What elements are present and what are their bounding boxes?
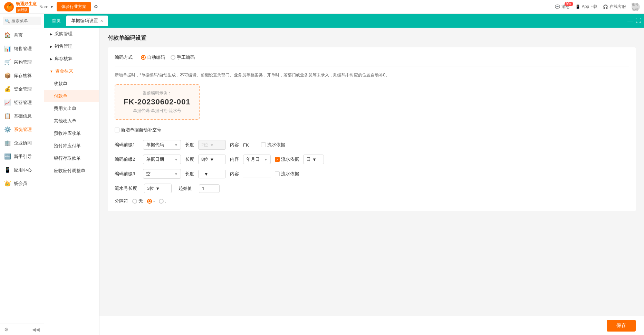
second-menu-payment[interactable]: 付款单 <box>44 90 99 102</box>
second-menu-bank-deposit[interactable]: 银行存取款单 <box>44 152 99 165</box>
water-unchecked-1 <box>261 142 266 147</box>
sidebar-item-system[interactable]: ⚙️ 系统管理 <box>0 123 44 136</box>
settings-icon-btn[interactable]: ⚙ <box>94 4 98 9</box>
content-label-2: 内容 <box>230 156 239 162</box>
start-label: 起始值 <box>179 185 192 192</box>
guide-icon: 🆕 <box>4 153 11 160</box>
prefix3-select[interactable]: 空 ▼ <box>143 169 181 179</box>
radio-dot-manual <box>171 55 175 60</box>
second-menu-capital[interactable]: ▼ 资金往来 <box>44 65 99 77</box>
trial-button[interactable]: 体验行业方案 <box>57 2 91 11</box>
preview-desc: 单据代码-单据日期-流水号 <box>124 108 191 114</box>
water-checkbox-2[interactable]: ✓ 流水依据 <box>275 156 299 162</box>
message-badge: 99+ <box>565 2 573 6</box>
sidebar-item-operation[interactable]: 📈 经营管理 <box>0 96 44 109</box>
second-menu-inventory[interactable]: ▶ 库存核算 <box>44 53 99 65</box>
water-checkbox-1[interactable]: 流水依据 <box>261 142 285 148</box>
tab-home[interactable]: 首页 <box>47 16 66 26</box>
start-value-input[interactable] <box>199 184 220 193</box>
content-inner: 付款单编码设置 编码方式 自动编码 <box>99 28 644 316</box>
length-select-2[interactable]: 8位 ▼ <box>198 155 226 164</box>
second-menu-purchase[interactable]: ▶ 采购管理 <box>44 28 99 40</box>
sidebar-item-inventory[interactable]: 📦 库存核算 <box>0 69 44 82</box>
sep-dot[interactable]: . <box>159 199 166 204</box>
second-menu-ar-ap[interactable]: 应收应付调整单 <box>44 165 99 177</box>
chevron-down-icon: ▼ <box>174 143 178 147</box>
message-btn[interactable]: 💬 消息 99+ <box>555 4 570 10</box>
service-icon: 🎧 <box>603 4 608 9</box>
sidebar-item-appcenter[interactable]: 📱 应用中心 <box>0 163 44 177</box>
sidebar-item-purchase[interactable]: 🛒 采购管理 <box>0 55 44 69</box>
separator-label: 分隔符 <box>115 198 128 204</box>
arrow-icon: ▶ <box>50 57 52 61</box>
tab-code-setting[interactable]: 单据编码设置 ✕ <box>66 16 108 26</box>
radio-auto-code[interactable]: 自动编码 <box>141 54 165 61</box>
arrow-icon: ▶ <box>50 32 52 36</box>
sep-none[interactable]: 无 <box>132 198 143 204</box>
content-select-2[interactable]: 年月日 ▼ <box>243 155 271 164</box>
avatar[interactable]: 账号名称 <box>632 3 640 11</box>
sidebar-menu: 🏠 首页 📊 销售管理 🛒 采购管理 📦 库存核算 💰 资金管理 📈 经 <box>0 28 44 324</box>
day-select-2[interactable]: 日 ▼ <box>303 155 324 164</box>
chevron-down-icon: ▼ <box>50 4 54 9</box>
chevron-down-icon: ▼ <box>204 171 209 177</box>
radio-dot-auto <box>141 55 146 60</box>
top-bar-left: 🍊 畅通好生意 旗舰版 Nare ▼ 体验行业方案 ⚙ <box>4 1 98 13</box>
prefix1-select[interactable]: 单据代码 ▼ <box>143 140 181 150</box>
sidebar-item-capital[interactable]: 💰 资金管理 <box>0 82 44 96</box>
radio-manual-code[interactable]: 手工编码 <box>171 54 195 61</box>
content-label-3: 内容 <box>230 171 239 177</box>
tab-minimize-btn[interactable]: — <box>627 18 633 24</box>
logo-icon: 🍊 <box>4 2 14 12</box>
second-menu-receipt[interactable]: 收款单 <box>44 77 99 90</box>
length-label-1: 长度 <box>185 142 194 148</box>
length-select-3[interactable]: ▼ <box>198 170 226 178</box>
form-row-prefix3: 编码前缀3 空 ▼ 长度 ▼ 内容 <box>115 169 629 179</box>
second-menu-expense[interactable]: 费用支出单 <box>44 102 99 115</box>
radio-group-code-method: 自动编码 手工编码 <box>141 54 195 61</box>
home-icon: 🏠 <box>4 32 11 38</box>
sidebar-item-sales[interactable]: 📊 销售管理 <box>0 42 44 55</box>
tab-bar: 首页 单据编码设置 ✕ — ⛶ <box>44 14 644 28</box>
breadcrumb-select[interactable]: Nare ▼ <box>39 4 54 9</box>
form-row-prefix2: 编码前缀2 单据日期 ▼ 长度 8位 ▼ 内容 <box>115 155 629 164</box>
sidebar-item-enterprise[interactable]: 🏢 企业协同 <box>0 136 44 150</box>
prefix2-label: 编码前缀2 <box>115 156 139 162</box>
sep-hyphen[interactable]: - <box>147 199 155 204</box>
code-method-row: 编码方式 自动编码 手工编码 <box>115 54 629 66</box>
content-label-1: 内容 <box>230 142 239 148</box>
second-menu-prepay-recv[interactable]: 预收冲应收单 <box>44 127 99 140</box>
tab-expand-btn[interactable]: ⛶ <box>636 18 641 24</box>
prefix2-select[interactable]: 单据日期 ▼ <box>143 155 181 164</box>
content-input-3[interactable] <box>243 170 271 177</box>
auto-fill-row: 新增单据自动补空号 <box>115 127 629 133</box>
sidebar-item-guide[interactable]: 🆕 新手引导 <box>0 150 44 163</box>
online-service-btn[interactable]: 🎧 在线客服 <box>603 4 626 10</box>
sidebar-item-basic[interactable]: 📋 基础信息 <box>0 109 44 123</box>
operation-icon: 📈 <box>4 99 11 106</box>
water-checkbox-3[interactable]: 流水依据 <box>275 171 299 177</box>
settings-bottom-icon[interactable]: ⚙ <box>4 327 9 332</box>
purchase-icon: 🛒 <box>4 59 11 65</box>
tab-close-icon[interactable]: ✕ <box>100 19 103 23</box>
sales-icon: 📊 <box>4 45 11 52</box>
chevron-down-icon: ▼ <box>312 157 317 162</box>
auto-fill-checkbox[interactable]: 新增单据自动补空号 <box>115 127 161 133</box>
save-button[interactable]: 保存 <box>607 320 636 332</box>
sidebar-item-member[interactable]: 👑 畅会员 <box>0 177 44 190</box>
content-value-1: FK <box>243 142 257 148</box>
second-menu-other-income[interactable]: 其他收入单 <box>44 115 99 127</box>
collapse-icon[interactable]: ◀◀ <box>32 327 40 332</box>
second-menu-prepay-pay[interactable]: 预付冲应付单 <box>44 140 99 152</box>
chevron-down-icon: ▼ <box>210 157 214 162</box>
search-menu-btn[interactable]: 🔍 搜索菜单 <box>3 17 41 25</box>
length-select-1: 2位 ▼ <box>198 140 226 150</box>
preview-label: 当前编码示例： <box>124 90 191 96</box>
second-menu-sales[interactable]: ▶ 销售管理 <box>44 40 99 53</box>
serial-length-select[interactable]: 3位 ▼ <box>144 184 172 193</box>
length-label-2: 长度 <box>185 156 194 162</box>
gear-icon: ⚙ <box>94 4 98 9</box>
inventory-icon: 📦 <box>4 72 11 79</box>
app-download-btn[interactable]: 📱 App下载 <box>575 4 597 10</box>
sidebar-item-home[interactable]: 🏠 首页 <box>0 28 44 42</box>
